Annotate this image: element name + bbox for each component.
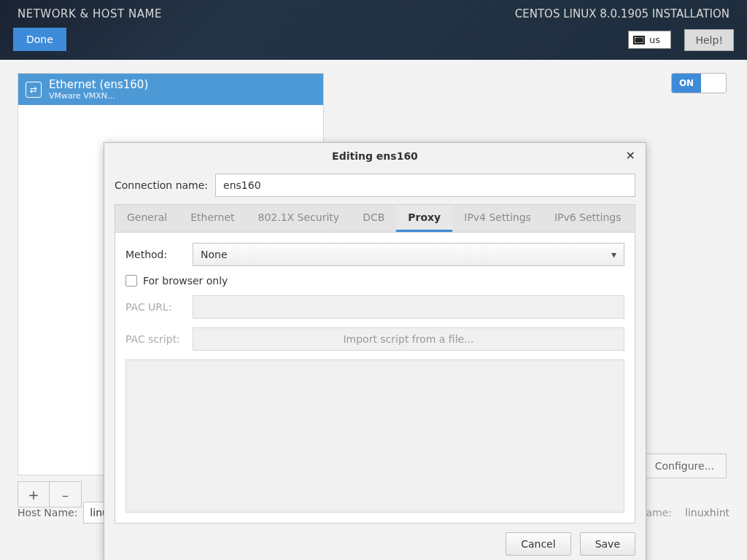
dialog-footer: Cancel Save: [104, 524, 646, 560]
done-button[interactable]: Done: [13, 28, 66, 51]
pac-url-label: PAC URL:: [125, 301, 182, 313]
pac-url-input: [193, 295, 624, 319]
proxy-panel: Method: None For browser only PAC URL: P…: [115, 232, 635, 524]
connection-name-input[interactable]: [215, 174, 635, 197]
dialog-title-text: Editing ens160: [332, 150, 418, 162]
interface-subtitle: VMware VMXN...: [49, 91, 148, 101]
close-icon[interactable]: ✕: [626, 149, 635, 163]
tab-general[interactable]: General: [115, 205, 179, 232]
interface-text: Ethernet (ens160) VMware VMXN...: [49, 78, 148, 101]
ethernet-icon: ⇄: [26, 82, 42, 98]
pac-script-label: PAC script:: [125, 333, 182, 345]
help-button[interactable]: Help!: [684, 29, 734, 51]
interface-title: Ethernet (ens160): [49, 78, 148, 91]
cancel-button[interactable]: Cancel: [506, 532, 570, 556]
installer-title: CENTOS LINUX 8.0.1905 INSTALLATION: [515, 7, 729, 20]
pac-script-textarea: [125, 359, 624, 513]
tab-bar: General Ethernet 802.1X Security DCB Pro…: [115, 204, 635, 232]
workspace: ⇄ Ethernet (ens160) VMware VMXN... + – O…: [0, 60, 747, 560]
tab-proxy[interactable]: Proxy: [396, 205, 452, 232]
method-label: Method:: [125, 249, 182, 260]
keyboard-indicator[interactable]: us: [628, 31, 671, 49]
tab-8021x-security[interactable]: 802.1X Security: [247, 205, 352, 232]
connection-toggle[interactable]: ON: [671, 73, 727, 93]
current-hostname-value: linuxhint: [685, 507, 729, 518]
tab-dcb[interactable]: DCB: [351, 205, 396, 232]
keyboard-icon: [633, 36, 645, 44]
top-bar: NETWORK & HOST NAME CENTOS LINUX 8.0.190…: [0, 0, 747, 60]
save-button[interactable]: Save: [580, 532, 635, 556]
browser-only-label: For browser only: [143, 275, 228, 287]
connection-name-label: Connection name:: [115, 179, 208, 191]
hostname-label: Host Name:: [18, 507, 77, 518]
keyboard-layout-label: us: [649, 34, 660, 45]
interface-row-ens160[interactable]: ⇄ Ethernet (ens160) VMware VMXN...: [18, 74, 323, 105]
tab-ethernet[interactable]: Ethernet: [179, 205, 246, 232]
tab-ipv6-settings[interactable]: IPv6 Settings: [543, 205, 633, 232]
toggle-on-label: ON: [672, 74, 701, 93]
edit-connection-dialog: Editing ens160 ✕ Connection name: Genera…: [104, 142, 646, 560]
browser-only-checkbox[interactable]: [125, 275, 137, 287]
import-script-button: Import script from a file...: [193, 327, 624, 351]
tab-ipv4-settings[interactable]: IPv4 Settings: [452, 205, 543, 232]
dialog-title: Editing ens160 ✕: [104, 143, 646, 169]
page-title: NETWORK & HOST NAME: [18, 7, 162, 20]
method-select[interactable]: None: [193, 243, 624, 266]
configure-button[interactable]: Configure...: [643, 454, 727, 478]
